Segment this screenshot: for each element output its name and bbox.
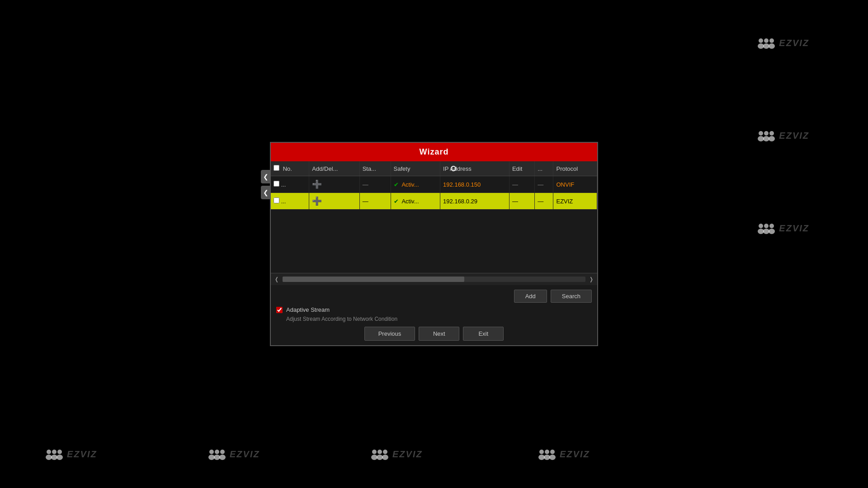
scroll-track[interactable] [283, 277, 585, 282]
table-header-row: No. Add/Del... Sta... Safety IP Address … [271, 161, 597, 176]
svg-point-38 [550, 450, 555, 454]
svg-point-13 [764, 224, 769, 228]
ezviz-icon-b4 [538, 447, 556, 461]
ezviz-icon-b2 [208, 447, 226, 461]
svg-point-15 [758, 229, 764, 234]
cell-edit-2: — [509, 193, 534, 210]
svg-point-4 [763, 43, 769, 49]
cell-ip-2: 192.168.0.29 [440, 193, 509, 210]
ezviz-icon-lr [757, 221, 775, 235]
svg-point-19 [52, 450, 57, 454]
col-header-no: No. [271, 161, 309, 176]
adaptive-stream-row: Adaptive Stream [276, 306, 592, 313]
ezviz-logo-mid-right: EZVIZ [757, 129, 809, 142]
ezviz-logo-bottom-4: EZVIZ [538, 447, 590, 461]
col-header-protocol: Protocol [553, 161, 597, 176]
table-row[interactable]: ... ➕ — ✔ Activ... 192.168.0.150 [271, 176, 597, 193]
svg-point-29 [219, 455, 226, 460]
table-row[interactable]: ... ➕ — ✔ Activ... 192.168.0.29 [271, 193, 597, 210]
svg-point-14 [769, 224, 774, 228]
safety-icon-1: ✔ [394, 181, 399, 188]
svg-point-9 [758, 136, 764, 141]
svg-point-20 [57, 450, 62, 454]
cell-extra-2: — [535, 193, 553, 210]
ezviz-logo-bottom-3: EZVIZ [371, 447, 423, 461]
svg-point-23 [57, 455, 63, 460]
previous-button[interactable]: Previous [364, 327, 415, 341]
add-icon-2: ➕ [312, 197, 322, 206]
svg-point-12 [759, 224, 763, 228]
action-buttons-row: Add Search [276, 290, 592, 303]
col-header-extra: ... [535, 161, 553, 176]
cell-status-2: — [359, 193, 391, 210]
cell-no-1: ... [271, 176, 309, 193]
scroll-left-arrow[interactable]: ❬ [273, 275, 281, 283]
cell-safety-1: ✔ Activ... [391, 176, 440, 193]
nav-buttons-row: Previous Next Exit [276, 327, 592, 341]
svg-point-26 [220, 450, 225, 454]
cell-add-2: ➕ [309, 193, 359, 210]
col-header-edit: Edit [509, 161, 534, 176]
svg-point-34 [377, 455, 383, 460]
wizard-dialog: ❮ ❮ Wizard No. Add/Del... Sta... Safety … [270, 142, 598, 346]
horizontal-scrollbar[interactable]: ❬ ❭ [271, 273, 597, 285]
ezviz-icon-tr [757, 36, 775, 50]
cell-edit-1: — [509, 176, 534, 193]
svg-point-24 [209, 450, 214, 454]
svg-point-22 [51, 455, 57, 460]
svg-point-39 [538, 455, 545, 460]
device-table: No. Add/Del... Sta... Safety IP Address … [271, 161, 597, 210]
collapse-tab-bottom[interactable]: ❮ [261, 186, 271, 199]
svg-point-27 [208, 455, 215, 460]
row-checkbox-2[interactable] [274, 197, 279, 203]
cell-status-1: — [359, 176, 391, 193]
svg-point-16 [763, 229, 769, 234]
svg-point-28 [214, 455, 220, 460]
exit-button[interactable]: Exit [463, 327, 504, 341]
svg-point-2 [769, 38, 774, 43]
cell-protocol-2: EZVIZ [553, 193, 597, 210]
ezviz-logo-bottom-1: EZVIZ [45, 447, 97, 461]
ezviz-icon-b3 [371, 447, 389, 461]
svg-point-41 [549, 455, 556, 460]
svg-point-11 [769, 136, 775, 141]
svg-point-36 [539, 450, 544, 454]
svg-point-21 [46, 455, 52, 460]
ezviz-logo-lower-right: EZVIZ [757, 221, 809, 235]
scroll-thumb[interactable] [283, 277, 464, 282]
cell-add-1: ➕ [309, 176, 359, 193]
scroll-right-arrow[interactable]: ❭ [587, 275, 595, 283]
svg-point-33 [371, 455, 377, 460]
add-button[interactable]: Add [514, 290, 547, 303]
safety-icon-2: ✔ [394, 198, 399, 205]
cell-no-2: ... [271, 193, 309, 210]
wizard-controls: Add Search Adaptive Stream Adjust Stream… [271, 285, 597, 345]
svg-point-18 [47, 450, 51, 454]
cell-protocol-1: ONVIF [553, 176, 597, 193]
select-all-checkbox[interactable] [274, 165, 279, 171]
add-icon-1: ➕ [312, 180, 322, 189]
col-header-add-del: Add/Del... [309, 161, 359, 176]
table-empty-area [271, 210, 597, 273]
svg-point-6 [759, 131, 763, 136]
svg-point-31 [377, 450, 382, 454]
col-header-status: Sta... [359, 161, 391, 176]
svg-point-0 [759, 38, 763, 43]
row-checkbox-1[interactable] [274, 181, 279, 187]
adaptive-stream-checkbox[interactable] [276, 307, 283, 313]
ezviz-logo-bottom-2: EZVIZ [208, 447, 260, 461]
collapse-tab-top[interactable]: ❮ [261, 170, 271, 183]
col-header-safety: Safety [391, 161, 440, 176]
adaptive-stream-label: Adaptive Stream [286, 306, 330, 313]
svg-point-37 [545, 450, 549, 454]
ezviz-logo-top-right: EZVIZ [757, 36, 809, 50]
svg-point-40 [544, 455, 550, 460]
next-button[interactable]: Next [419, 327, 459, 341]
svg-point-35 [382, 455, 388, 460]
adaptive-stream-desc: Adjust Stream According to Network Condi… [276, 316, 592, 322]
svg-point-7 [764, 131, 769, 136]
search-button[interactable]: Search [551, 290, 592, 303]
ezviz-icon-mr [757, 129, 775, 142]
svg-point-32 [383, 450, 387, 454]
cell-safety-2: ✔ Activ... [391, 193, 440, 210]
